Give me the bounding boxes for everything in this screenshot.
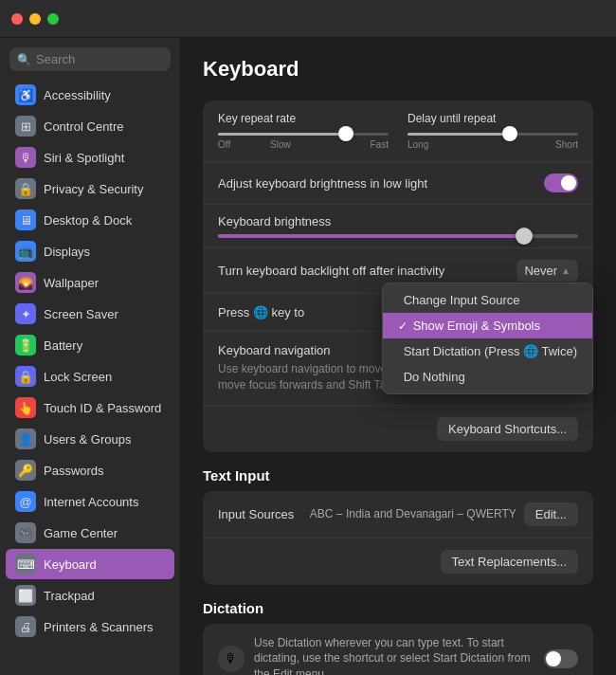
sidebar-item-siri-spotlight[interactable]: 🎙 Siri & Spotlight [6, 142, 174, 173]
dictation-header: Dictation [203, 600, 593, 616]
sidebar-item-wallpaper[interactable]: 🌄 Wallpaper [6, 267, 174, 298]
input-sources-row: Input Sources ABC – India and Devanagari… [203, 491, 593, 538]
sidebar-items-container: ♿ Accessibility ⊞ Control Centre 🎙 Siri … [0, 79, 180, 643]
app-container: 🔍 ♿ Accessibility ⊞ Control Centre 🎙 Sir… [0, 38, 616, 675]
key-repeat-slider[interactable] [218, 133, 389, 136]
press-key-dropdown-menu: Change Input Source ✓ Show Emoji & Symbo… [382, 283, 593, 394]
sidebar-item-desktop-dock[interactable]: 🖥 Desktop & Dock [6, 205, 174, 235]
sidebar-label-privacy-security: Privacy & Security [44, 182, 143, 196]
sidebar-item-lock-screen[interactable]: 🔒 Lock Screen [6, 361, 174, 392]
sidebar-label-users-groups: Users & Groups [44, 432, 131, 447]
close-button[interactable] [11, 13, 23, 25]
sidebar-icon-lock-screen: 🔒 [15, 366, 36, 387]
dictation-toggle[interactable] [544, 649, 578, 668]
text-input-section: Input Sources ABC – India and Devanagari… [203, 491, 593, 585]
dropdown-item-change-input-source[interactable]: Change Input Source [383, 287, 592, 313]
backlight-row: Turn keyboard backlight off after inacti… [203, 248, 593, 294]
sidebar-icon-keyboard: ⌨ [15, 554, 36, 575]
sidebar-item-displays[interactable]: 📺 Displays [6, 236, 174, 266]
text-replacements-button[interactable]: Text Replacements... [441, 550, 578, 574]
sidebar-item-game-center[interactable]: 🎮 Game Center [6, 518, 174, 548]
titlebar [0, 0, 616, 38]
content-area: Keyboard Key repeat rate Off Slow [180, 38, 616, 675]
search-icon: 🔍 [17, 53, 31, 66]
key-repeat-labels: Off Slow Fast [218, 139, 389, 150]
sidebar-label-touch-id: Touch ID & Password [44, 401, 161, 415]
key-repeat-rate-block: Key repeat rate Off Slow Fast [218, 112, 389, 150]
sidebar-label-battery: Battery [44, 338, 82, 353]
sidebar-item-screen-saver[interactable]: ✦ Screen Saver [6, 299, 174, 329]
sidebar-label-accessibility: Accessibility [44, 88, 111, 102]
sidebar-label-printers-scanners: Printers & Scanners [44, 620, 154, 634]
text-input-header: Text Input [203, 467, 593, 483]
backlight-label: Turn keyboard backlight off after inacti… [218, 264, 516, 278]
sidebar-icon-battery: 🔋 [15, 335, 36, 356]
key-repeat-label: Key repeat rate [218, 112, 389, 125]
sidebar-item-users-groups[interactable]: 👤 Users & Groups [6, 424, 174, 454]
sidebar-label-lock-screen: Lock Screen [44, 370, 112, 384]
key-repeat-row: Key repeat rate Off Slow Fast [203, 100, 593, 162]
dictation-description: Use Dictation wherever you can type text… [254, 635, 534, 675]
delay-label: Delay until repeat [408, 112, 578, 125]
sidebar-item-battery[interactable]: 🔋 Battery [6, 330, 174, 360]
dropdown-item-start-dictation-(press-🌐-twice)[interactable]: Start Dictation (Press 🌐 Twice) [383, 338, 592, 364]
sidebar-icon-control-centre: ⊞ [15, 116, 36, 137]
text-replacements-row: Text Replacements... [203, 538, 593, 585]
delay-labels: Long Short [408, 139, 578, 150]
sidebar-icon-game-center: 🎮 [15, 522, 36, 543]
brightness-slider[interactable] [218, 234, 578, 238]
dropdown-item-do-nothing[interactable]: Do Nothing [383, 364, 592, 390]
maximize-button[interactable] [47, 13, 59, 25]
delay-until-repeat-block: Delay until repeat Long Short [408, 112, 578, 150]
input-sources-label: Input Sources [218, 507, 310, 521]
brightness-toggle[interactable] [544, 173, 578, 192]
sidebar-item-keyboard[interactable]: ⌨ Keyboard [6, 549, 174, 579]
sidebar-icon-displays: 📺 [15, 241, 36, 262]
search-input[interactable] [36, 52, 163, 66]
sidebar-icon-accessibility: ♿ [15, 84, 36, 105]
dropdown-item-show-emoji-&-symbols[interactable]: ✓ Show Emoji & Symbols [383, 313, 592, 338]
sidebar: 🔍 ♿ Accessibility ⊞ Control Centre 🎙 Sir… [0, 38, 180, 675]
checkmark-icon: ✓ [398, 319, 408, 333]
shortcuts-row: Keyboard Shortcuts... [203, 406, 593, 452]
sidebar-item-accessibility[interactable]: ♿ Accessibility [6, 80, 174, 110]
delay-slider[interactable] [408, 133, 578, 136]
key-repeat-section: Key repeat rate Off Slow Fast [203, 100, 593, 452]
sidebar-label-keyboard: Keyboard [44, 557, 97, 572]
sidebar-icon-users-groups: 👤 [15, 429, 36, 449]
sidebar-label-desktop-dock: Desktop & Dock [44, 213, 132, 228]
sidebar-icon-siri-spotlight: 🎙 [15, 147, 36, 168]
sidebar-label-screen-saver: Screen Saver [44, 307, 118, 321]
sidebar-item-internet-accounts[interactable]: @ Internet Accounts [6, 486, 174, 517]
sidebar-item-touch-id[interactable]: 👆 Touch ID & Password [6, 392, 174, 423]
sidebar-icon-internet-accounts: @ [15, 491, 36, 512]
sidebar-item-control-centre[interactable]: ⊞ Control Centre [6, 111, 174, 141]
page-title: Keyboard [203, 57, 593, 82]
sidebar-label-siri-spotlight: Siri & Spotlight [44, 151, 124, 165]
sidebar-item-printers-scanners[interactable]: 🖨 Printers & Scanners [6, 611, 174, 642]
sidebar-item-trackpad[interactable]: ⬜ Trackpad [6, 580, 174, 611]
sidebar-label-trackpad: Trackpad [44, 589, 95, 603]
sidebar-icon-trackpad: ⬜ [15, 585, 36, 606]
minimize-button[interactable] [29, 13, 41, 25]
mic-icon: 🎙 [218, 646, 245, 672]
sidebar-label-wallpaper: Wallpaper [44, 276, 99, 290]
brightness-slider-label: Keyboard brightness [218, 214, 578, 228]
sidebar-icon-printers-scanners: 🖨 [15, 616, 36, 637]
brightness-slider-row: Keyboard brightness [203, 205, 593, 248]
sidebar-item-privacy-security[interactable]: 🔒 Privacy & Security [6, 173, 174, 204]
backlight-dropdown[interactable]: Never ▲ [516, 260, 578, 282]
sidebar-item-passwords[interactable]: 🔑 Passwords [6, 455, 174, 485]
sidebar-label-control-centre: Control Centre [44, 119, 124, 134]
sidebar-icon-desktop-dock: 🖥 [15, 210, 36, 230]
sidebar-icon-wallpaper: 🌄 [15, 272, 36, 293]
keyboard-shortcuts-button[interactable]: Keyboard Shortcuts... [437, 417, 578, 441]
sidebar-label-game-center: Game Center [44, 526, 118, 540]
sidebar-label-displays: Displays [44, 245, 90, 259]
search-box[interactable]: 🔍 [9, 47, 171, 71]
sidebar-icon-screen-saver: ✦ [15, 303, 36, 324]
input-sources-value: ABC – India and Devanagari – QWERTY [310, 507, 516, 520]
edit-input-sources-button[interactable]: Edit... [524, 502, 578, 526]
dictation-enable-row: 🎙 Use Dictation wherever you can type te… [203, 624, 593, 675]
sidebar-icon-privacy-security: 🔒 [15, 178, 36, 199]
